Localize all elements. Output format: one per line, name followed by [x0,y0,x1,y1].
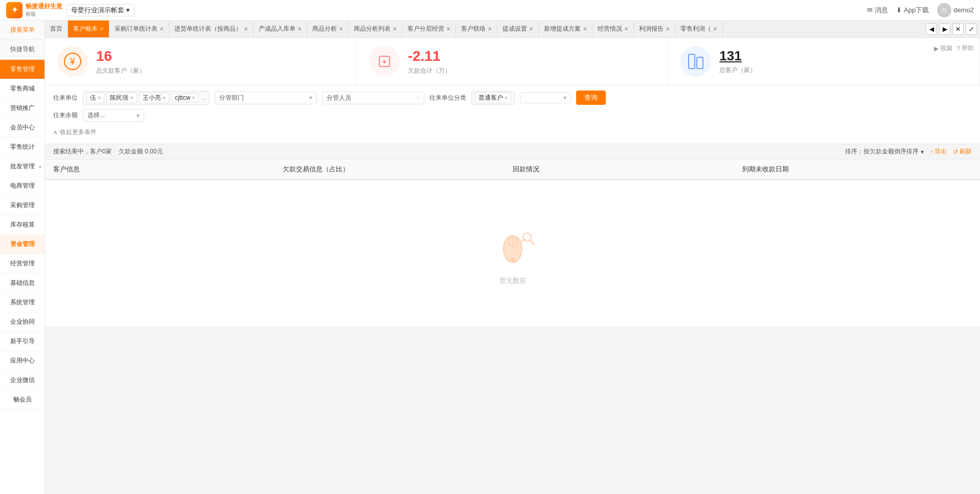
quick-nav-btn[interactable]: 快捷导航 [2,42,42,57]
sidebar-item-basic-info[interactable]: 基础信息 [0,274,44,293]
sidebar-item-retail-shop[interactable]: 零售商城 [0,79,44,99]
tab-close-icon[interactable]: ✕ [339,26,343,32]
app-download-btn[interactable]: ⬇ App下载 [896,6,929,15]
sidebar-item-marketing[interactable]: 营销推广 [0,99,44,118]
overdue-customers-value: 16 [96,48,145,65]
sidebar-item-member-center[interactable]: 会员中心 [0,118,44,138]
tab-label: 提成设置 [503,25,527,33]
balance-select[interactable]: 选择... ▾ [83,109,144,122]
tab-customer-account[interactable]: 客户账本 ✕ [68,20,109,38]
remove-tag-ordinary[interactable]: × [505,95,508,101]
filter-more-tags[interactable]: ... [201,94,206,101]
tab-expand-btn[interactable]: ⤢ [966,24,977,35]
app-sub: 标版 [26,11,62,18]
sidebar-item-finance[interactable]: 资金管理 [0,235,44,254]
tab-close-icon[interactable]: ✕ [666,26,670,32]
tab-scroll-right-btn[interactable]: ▶ [939,24,950,35]
chevron-down-icon: ▾ [921,148,924,155]
messages-btn[interactable]: ✉ 消息 [867,6,888,15]
content-area: 首页 客户账本 ✕ 采购订单统计表 ✕ 进货单统计表（按商品） ✕ 产成品入库单… [45,20,980,494]
stat-helpers: ▶ 视频 ? 帮助 [934,44,974,53]
search-menu-btn[interactable]: 搜索菜单 [3,24,41,36]
sidebar-item-new-guide[interactable]: 新手引导 [0,332,44,351]
help-btn[interactable]: ? 帮助 [956,44,974,53]
tab-close-icon[interactable]: ✕ [488,26,492,32]
filter-tag-wu[interactable]: 伍 × [86,93,104,103]
workspace-selector[interactable]: 母婴行业演示帐套 ▾ [66,4,134,16]
unit-category-dropdown[interactable]: ▾ [520,92,571,103]
sidebar-search-area: 搜索菜单 [0,20,44,40]
sidebar-item-ecommerce[interactable]: 电商管理 [0,176,44,196]
tab-close-all-btn[interactable]: ✕ [952,24,964,35]
sub-department-select[interactable]: 分管部门 ▾ [215,92,317,104]
unit-category-label: 往来单位分类 [429,94,466,102]
export-btn[interactable]: ↑ 导出 [930,147,947,156]
filter-tag-ordinary-customer[interactable]: 普通客户 × [475,93,511,103]
chevron-up-icon: ∧ [53,129,58,136]
tab-close-icon[interactable]: ✕ [713,26,717,32]
sidebar-item-retail-stats[interactable]: 零售统计 [0,138,44,157]
sub-person-select[interactable]: 分管人员 ··· [322,92,424,104]
sidebar-item-label: 企业微信 [3,376,41,385]
sidebar-item-label: 资金管理 [3,240,41,249]
filter-tag-cjttcw[interactable]: cjttcw × [171,93,198,102]
empty-label: 暂无数据 [499,276,526,285]
tab-close-icon[interactable]: ✕ [529,26,533,32]
sidebar-item-vip-member[interactable]: 畅会员 [0,390,44,410]
sidebar-item-label: 基础信息 [3,279,41,287]
tab-retail-profit[interactable]: 零售利润（ ✕ [675,20,723,38]
tab-customer-contact[interactable]: 客户联络 ✕ [456,20,497,38]
tab-close-icon[interactable]: ✕ [159,26,164,32]
tab-profit-report[interactable]: 利润报告 ✕ [634,20,675,38]
sort-select[interactable]: 排序：按欠款金额倒序排序 ▾ [845,147,924,156]
collapse-filters-btn[interactable]: ∧ 收起更多条件 [53,128,972,137]
tab-label: 利润报告 [639,25,664,33]
filter-tag-chen[interactable]: 陈民强 × [106,93,136,103]
tab-scroll-left-btn[interactable]: ◀ [926,24,937,35]
query-btn[interactable]: 查询 [576,91,606,105]
refresh-btn[interactable]: ↺ 刷新 [953,147,972,156]
overdue-total-value: -2.11 [408,48,451,65]
tab-new-solution[interactable]: 新增提成方案 ✕ [539,20,592,38]
sidebar-item-wholesale-mgmt[interactable]: 批发管理 ▾ [0,157,44,176]
sidebar-item-retail-mgmt[interactable]: 零售管理 [0,60,44,79]
tab-close-icon[interactable]: ✕ [624,26,628,32]
tab-close-customer-account[interactable]: ✕ [100,26,104,32]
tab-close-icon[interactable]: ✕ [583,26,587,32]
tab-reminder-settings[interactable]: 提成设置 ✕ [497,20,539,38]
tab-production-inbound[interactable]: 产成品入库单 ✕ [254,20,307,38]
sidebar-item-label: 库存核算 [3,220,41,229]
sidebar-item-label: 营销推广 [3,104,41,113]
tab-product-analysis-list[interactable]: 商品分析列表 ✕ [349,20,402,38]
sidebar-item-sys-mgmt[interactable]: 系统管理 [0,293,44,312]
sidebar-item-label: 经营管理 [3,259,41,268]
sidebar-item-operations[interactable]: 经营管理 [0,254,44,274]
tab-product-analysis[interactable]: 商品分析 ✕ [307,20,349,38]
sidebar-item-app-center[interactable]: 应用中心 [0,351,44,371]
tab-home[interactable]: 首页 [45,20,68,38]
refresh-icon: ↺ [953,148,958,155]
remove-tag-chen[interactable]: × [130,95,133,101]
video-btn[interactable]: ▶ 视频 [934,44,952,53]
sidebar-item-inventory[interactable]: 库存核算 [0,215,44,235]
tab-purchase-order-stats[interactable]: 采购订单统计表 ✕ [109,20,169,38]
tab-customer-segment[interactable]: 客户分层经营 ✕ [402,20,456,38]
user-avatar[interactable]: D demo2 [937,3,974,17]
tab-inbound-stats[interactable]: 进货单统计表（按商品） ✕ [169,20,254,38]
total-customers-value: 131 [719,48,756,64]
sidebar-item-corp-wechat[interactable]: 企业微信 [0,371,44,390]
sidebar-item-corp-collab[interactable]: 企业协同 [0,312,44,332]
remove-tag-wang[interactable]: × [163,95,166,101]
stat-icon-total [680,46,711,77]
remove-tag-wu[interactable]: × [98,95,101,101]
collapse-row: ∧ 收起更多条件 [53,126,972,139]
tab-close-icon[interactable]: ✕ [446,26,450,32]
tab-operations-status[interactable]: 经营情况 ✕ [592,20,634,38]
stat-overdue-customers-info: 16 总欠款客户（家） [96,48,145,76]
remove-tag-cjttcw[interactable]: × [192,95,195,101]
filter-tag-wang[interactable]: 王小亮 × [139,93,169,103]
tab-close-icon[interactable]: ✕ [244,26,248,32]
tab-close-icon[interactable]: ✕ [393,26,397,32]
tab-close-icon[interactable]: ✕ [298,26,302,32]
sidebar-item-purchase-mgmt[interactable]: 采购管理 [0,196,44,215]
